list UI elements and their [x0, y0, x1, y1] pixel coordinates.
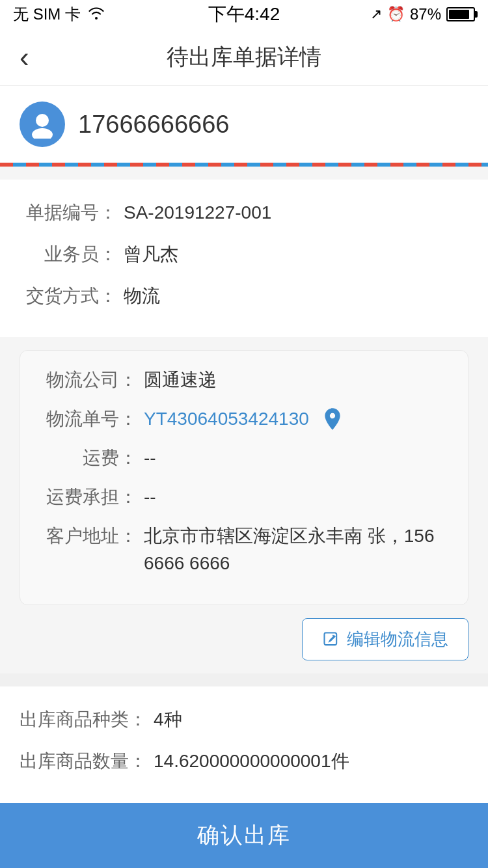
battery-icon [446, 7, 475, 21]
delivery-row: 交货方式： 物流 [20, 282, 468, 310]
status-bar-time: 下午4:42 [208, 2, 280, 27]
logistics-company-value: 圆通速递 [144, 366, 448, 394]
dashed-divider [0, 163, 488, 167]
salesman-label: 业务员： [20, 241, 124, 268]
logistics-company-row: 物流公司： 圆通速递 [40, 366, 448, 394]
address-row: 客户地址： 北京市市辖区海淀区永丰南 张，156 6666 6666 [40, 522, 448, 577]
product-type-row: 出库商品种类： 4种 [20, 706, 468, 733]
svg-point-0 [36, 114, 49, 127]
doc-no-row: 单据编号： SA-20191227-001 [20, 199, 468, 226]
product-type-value: 4种 [154, 706, 468, 733]
status-bar: 无 SIM 卡 下午4:42 ↗ ⏰ 87% [0, 0, 488, 29]
freight-value: -- [144, 444, 448, 472]
location-status-icon: ↗ [370, 6, 382, 23]
battery-percent: 87% [410, 5, 441, 23]
delivery-value: 物流 [124, 282, 468, 310]
delivery-label: 交货方式： [20, 282, 124, 310]
freight-bearer-row: 运费承担： -- [40, 483, 448, 511]
customer-header: 17666666666 [0, 86, 488, 163]
freight-bearer-value: -- [144, 483, 448, 511]
tracking-value: YT43064053424130 [144, 405, 309, 433]
doc-no-label: 单据编号： [20, 199, 124, 226]
tracking-value-wrapper: YT43064053424130 [144, 405, 448, 433]
address-value: 北京市市辖区海淀区永丰南 张，156 6666 6666 [144, 522, 448, 577]
carrier-text: 无 SIM 卡 [13, 4, 81, 25]
tracking-location-icon[interactable] [319, 406, 346, 432]
edit-logistics-btn-wrapper: 编辑物流信息 [0, 618, 488, 673]
avatar [20, 102, 65, 147]
logistics-company-label: 物流公司： [40, 366, 144, 394]
freight-row: 运费： -- [40, 444, 448, 472]
doc-no-value: SA-20191227-001 [124, 199, 468, 226]
wifi-icon [87, 5, 105, 23]
nav-bar: ‹ 待出库单据详情 [0, 29, 488, 86]
salesman-value: 曾凡杰 [124, 241, 468, 268]
edit-icon [322, 631, 340, 649]
confirm-button-label: 确认出库 [197, 821, 291, 850]
customer-phone: 17666666666 [78, 111, 229, 139]
svg-point-1 [32, 128, 53, 139]
alarm-icon: ⏰ [387, 6, 405, 23]
section-divider [0, 673, 488, 686]
product-quantity-value: 14.620000000000001件 [154, 748, 468, 775]
product-quantity-row: 出库商品数量： 14.620000000000001件 [20, 748, 468, 775]
page-title: 待出库单据详情 [167, 42, 321, 72]
confirm-button[interactable]: 确认出库 [0, 803, 488, 868]
product-section: 出库商品种类： 4种 出库商品数量： 14.620000000000001件 [0, 686, 488, 802]
logistics-card: 物流公司： 圆通速递 物流单号： YT43064053424130 运费： --… [20, 350, 468, 605]
salesman-row: 业务员： 曾凡杰 [20, 241, 468, 268]
freight-bearer-label: 运费承担： [40, 483, 144, 511]
product-type-label: 出库商品种类： [20, 706, 154, 733]
tracking-row: 物流单号： YT43064053424130 [40, 405, 448, 433]
tracking-label: 物流单号： [40, 405, 144, 433]
edit-logistics-button[interactable]: 编辑物流信息 [302, 618, 468, 660]
back-button[interactable]: ‹ [20, 41, 59, 74]
status-bar-left: 无 SIM 卡 [13, 4, 105, 25]
edit-logistics-label: 编辑物流信息 [347, 628, 448, 651]
doc-info-section: 单据编号： SA-20191227-001 业务员： 曾凡杰 交货方式： 物流 [0, 180, 488, 337]
product-quantity-label: 出库商品数量： [20, 748, 154, 775]
status-bar-right: ↗ ⏰ 87% [370, 5, 475, 23]
freight-label: 运费： [40, 444, 144, 472]
avatar-icon [28, 110, 57, 139]
address-label: 客户地址： [40, 522, 144, 550]
